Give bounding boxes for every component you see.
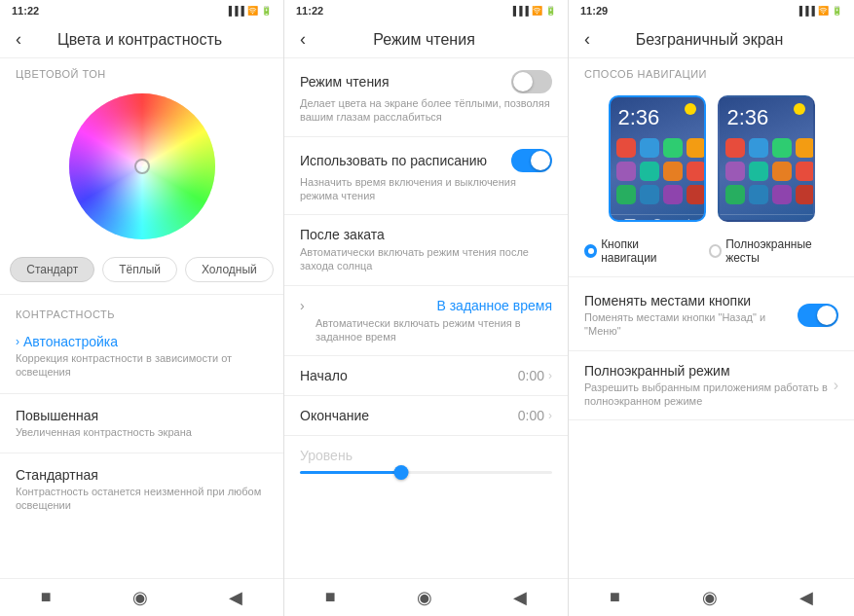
divider-1 bbox=[0, 294, 283, 295]
wifi-icon: 🛜 bbox=[247, 6, 258, 16]
status-icons-2: ▐▐▐ 🛜 🔋 bbox=[510, 6, 556, 16]
time-start-value: 0:00 bbox=[518, 368, 544, 383]
level-label: Уровень bbox=[300, 448, 552, 463]
app-icon bbox=[772, 162, 792, 181]
back-icon-2[interactable]: ◀ bbox=[513, 587, 527, 608]
bottom-nav-1: ■ ◉ ◀ bbox=[0, 578, 283, 616]
time-start-row[interactable]: Начало 0:00 › bbox=[284, 356, 568, 396]
nav-images: 2:36 bbox=[569, 84, 854, 234]
app-icon bbox=[640, 185, 659, 204]
recents-icon-2[interactable]: ◉ bbox=[417, 587, 432, 608]
reading-desc-2: Назначить время включения и выключения р… bbox=[300, 175, 552, 203]
app-icon bbox=[796, 162, 815, 181]
tone-warm-button[interactable]: Тёплый bbox=[102, 257, 177, 282]
reading-title-1: Режим чтения bbox=[300, 74, 390, 90]
reading-item-3: После заката Автоматически включать режи… bbox=[284, 215, 568, 286]
status-time-3: 11:29 bbox=[580, 5, 608, 17]
swap-buttons-toggle[interactable] bbox=[798, 304, 838, 327]
reading-toggle-2[interactable] bbox=[511, 149, 552, 172]
app-grid-1 bbox=[611, 132, 704, 210]
phone-back-icon bbox=[680, 219, 689, 222]
page-title-3: Безграничный экран bbox=[598, 31, 821, 49]
time-start-right: 0:00 › bbox=[518, 368, 552, 383]
app-icon bbox=[616, 162, 636, 181]
fullscreen-mode-content: Полноэкранный режим Разрешить выбранным … bbox=[584, 363, 830, 409]
reading-row-1: Режим чтения bbox=[300, 70, 552, 93]
page-title-1: Цвета и контрастность bbox=[29, 31, 250, 49]
swap-buttons-content: Поменять местами кнопки Поменять местами… bbox=[584, 293, 798, 339]
reading-item-1: Режим чтения Делает цвета на экране боле… bbox=[284, 58, 568, 137]
bottom-nav-2: ■ ◉ ◀ bbox=[284, 578, 568, 616]
phone-recents-icon bbox=[651, 219, 663, 222]
contrast-standard[interactable]: Стандартная Контрастность останется неиз… bbox=[0, 457, 283, 523]
recents-icon-3[interactable]: ◉ bbox=[702, 587, 718, 608]
time-end-label: Окончание bbox=[300, 408, 369, 423]
app-icon bbox=[640, 162, 659, 181]
contrast-high[interactable]: Повышенная Увеличенная контрастность экр… bbox=[0, 398, 283, 449]
nav-label-buttons[interactable]: Кнопки навигации bbox=[584, 237, 689, 265]
fullscreen-mode-arrow: › bbox=[834, 377, 838, 394]
nav-label-row: Кнопки навигации Полноэкранные жесты bbox=[569, 234, 854, 272]
home-icon-2[interactable]: ■ bbox=[325, 587, 336, 608]
nav-buttons-row bbox=[611, 214, 704, 222]
contrast-auto-arrow: › bbox=[16, 335, 19, 348]
divider-3 bbox=[0, 453, 283, 453]
contrast-auto[interactable]: › Автонастройка Коррекция контрастности … bbox=[0, 324, 283, 389]
nav-buttons-label: Кнопки навигации bbox=[601, 237, 689, 265]
reading-item-2: Использовать по расписанию Назначить вре… bbox=[284, 137, 568, 216]
back-button-3[interactable]: ‹ bbox=[584, 29, 590, 50]
level-slider[interactable] bbox=[300, 471, 552, 474]
app-icon bbox=[796, 185, 815, 204]
bottom-nav-3: ■ ◉ ◀ bbox=[569, 578, 854, 616]
phone-mockup-gestures[interactable]: 2:36 bbox=[718, 95, 815, 222]
app-icon bbox=[616, 138, 636, 158]
back-icon-3[interactable]: ◀ bbox=[799, 587, 813, 608]
app-icon bbox=[687, 138, 706, 158]
nav-label-gestures[interactable]: Полноэкранные жесты bbox=[709, 237, 838, 265]
app-icon bbox=[663, 162, 683, 181]
reading-title-2: Использовать по расписанию bbox=[300, 153, 487, 168]
wifi-icon-3: 🛜 bbox=[818, 6, 829, 16]
panel2-scroll: Режим чтения Делает цвета на экране боле… bbox=[284, 58, 568, 578]
home-icon-1[interactable]: ■ bbox=[41, 587, 52, 608]
home-icon-3[interactable]: ■ bbox=[610, 587, 620, 608]
swap-buttons-title: Поменять местами кнопки bbox=[584, 293, 798, 308]
time-start-label: Начало bbox=[300, 368, 348, 383]
time-end-right: 0:00 › bbox=[518, 408, 552, 423]
fullscreen-mode-title: Полноэкранный режим bbox=[584, 363, 830, 379]
signal-icon: ▐▐▐ bbox=[226, 6, 244, 16]
contrast-high-desc: Увеличенная контрастность экрана bbox=[16, 425, 268, 439]
tone-standard-button[interactable]: Стандарт bbox=[10, 257, 94, 282]
reading-toggle-1[interactable] bbox=[511, 70, 552, 93]
recents-icon-1[interactable]: ◉ bbox=[132, 587, 148, 608]
contrast-standard-title: Стандартная bbox=[16, 467, 268, 483]
color-wheel[interactable] bbox=[69, 93, 215, 239]
app-icon bbox=[663, 185, 683, 204]
tone-cold-button[interactable]: Холодный bbox=[185, 257, 274, 282]
battery-icon: 🔋 bbox=[261, 6, 272, 16]
fullscreen-mode-row[interactable]: Полноэкранный режим Разрешить выбранным … bbox=[569, 351, 854, 421]
reading-row-2: Использовать по расписанию bbox=[300, 149, 552, 172]
slider-thumb[interactable] bbox=[393, 465, 408, 480]
app-icon bbox=[796, 138, 815, 158]
contrast-high-title: Повышенная bbox=[16, 408, 268, 423]
back-button-2[interactable]: ‹ bbox=[300, 29, 306, 50]
status-bar-2: 11:22 ▐▐▐ 🛜 🔋 bbox=[284, 0, 568, 21]
divider-p3-1 bbox=[569, 276, 854, 277]
back-icon-1[interactable]: ◀ bbox=[229, 587, 242, 608]
color-section-label: ЦВЕТОВОЙ ТОН bbox=[0, 58, 283, 84]
phone-mockup-buttons[interactable]: 2:36 bbox=[609, 95, 706, 222]
header-3: ‹ Безграничный экран bbox=[569, 21, 854, 58]
panel1-scroll: ЦВЕТОВОЙ ТОН Стандарт Тёплый Холодный КО… bbox=[0, 58, 283, 578]
battery-icon-3: 🔋 bbox=[832, 6, 842, 16]
battery-icon-2: 🔋 bbox=[545, 6, 556, 16]
slider-fill bbox=[300, 471, 401, 474]
back-button-1[interactable]: ‹ bbox=[16, 29, 21, 50]
sun-icon-2 bbox=[794, 103, 805, 115]
time-end-row[interactable]: Окончание 0:00 › bbox=[284, 396, 568, 436]
app-icon bbox=[725, 185, 745, 204]
reading-item-4[interactable]: › В заданное время Автоматически включат… bbox=[284, 286, 568, 357]
tone-buttons: Стандарт Тёплый Холодный bbox=[0, 249, 283, 290]
header-2: ‹ Режим чтения bbox=[284, 21, 568, 58]
phone-home-icon bbox=[624, 219, 636, 222]
